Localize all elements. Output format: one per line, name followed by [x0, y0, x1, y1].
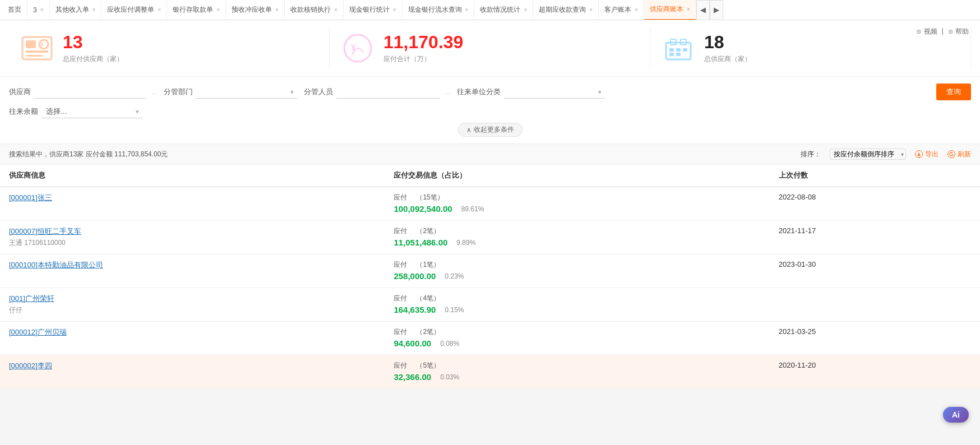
supplier-link-0[interactable]: [000001]张三: [9, 193, 52, 202]
nav-tab-home[interactable]: 首页: [2, 0, 27, 20]
supplier-link-3[interactable]: [001]广州荣轩: [9, 294, 54, 303]
svg-rect-15: [676, 53, 681, 56]
pay-count-4: （2笔）: [416, 327, 440, 337]
pay-label-0: 应付: [394, 193, 407, 202]
supplier-cell-3: [001]广州荣轩 仔仔: [9, 294, 394, 315]
help-link[interactable]: ⊙ 帮助: [948, 27, 969, 36]
close-icon[interactable]: ×: [687, 6, 690, 12]
close-icon[interactable]: ×: [93, 7, 96, 13]
nav-tab-other-income[interactable]: 其他收入单 ×: [50, 0, 102, 20]
nav-next-arrow[interactable]: ▶: [710, 0, 723, 20]
sort-select[interactable]: 按应付余额倒序排序: [830, 149, 906, 160]
svg-rect-1: [26, 40, 36, 48]
close-icon[interactable]: ×: [635, 7, 638, 13]
query-button[interactable]: 查询: [936, 84, 971, 100]
close-icon[interactable]: ×: [465, 7, 469, 13]
trans-pct-3: 0.15%: [445, 306, 464, 314]
trans-amount-row-3: 164,635.90 0.15%: [394, 305, 778, 314]
close-icon[interactable]: ×: [524, 7, 527, 13]
export-icon: [915, 150, 923, 158]
close-icon[interactable]: ×: [158, 7, 161, 13]
nav-tab-collection[interactable]: 收款核销执行 ×: [285, 0, 344, 20]
filter-area: 供应商 ... 分管部门 分管人员 ... 往来单位分类 查询: [0, 77, 980, 144]
supplier-link-4[interactable]: [000012]广州贝瑞: [9, 328, 67, 336]
nav-tab-customer-account-label: 客户账本: [604, 5, 631, 15]
nav-tab-cash-stats[interactable]: 现金银行统计 ×: [344, 0, 403, 20]
filter-item-unit-class: 往来单位分类: [457, 85, 605, 99]
supplier-filter-label: 供应商: [9, 87, 31, 97]
balance-label: 往来余额: [9, 106, 38, 117]
dept-select[interactable]: [196, 85, 297, 99]
close-icon[interactable]: ×: [275, 7, 279, 13]
nav-tab-cash-flow[interactable]: 现金银行流水查询 ×: [403, 0, 475, 20]
trans-amount-3[interactable]: 164,635.90: [394, 305, 436, 314]
person-dots[interactable]: ...: [445, 89, 450, 95]
result-bar: 搜索结果中，供应商13家 应付金额 111,703,854.00元 排序： 按应…: [0, 144, 980, 165]
close-icon[interactable]: ×: [589, 7, 593, 13]
right-tools: 排序： 按应付余额倒序排序 导出 刷新: [801, 149, 971, 160]
supplier-cell-2: [000100]本特勤油品有限公司: [9, 260, 394, 270]
stat-info-total-suppliers: 18 总供应商（家）: [704, 33, 751, 64]
table-row: [000002]李四 应付 （5笔） 32,366.00 0.03% 2020-…: [0, 355, 980, 389]
close-icon[interactable]: ×: [40, 7, 44, 13]
trans-amount-1[interactable]: 11,051,486.00: [394, 238, 447, 247]
filter-row-1: 供应商 ... 分管部门 分管人员 ... 往来单位分类 查询: [9, 84, 971, 100]
trans-cell-2: 应付 （1笔） 258,000.00 0.23%: [394, 260, 778, 281]
nav-prev-arrow[interactable]: ◀: [696, 0, 710, 20]
person-filter-label: 分管人员: [304, 87, 333, 97]
export-label: 导出: [925, 150, 939, 159]
nav-tab-bank-withdraw[interactable]: 银行存取款单 ×: [167, 0, 226, 20]
video-link[interactable]: ⊙ 视频: [916, 27, 937, 36]
supplier-link-2[interactable]: [000100]本特勤油品有限公司: [9, 261, 103, 269]
stat-card-payable-suppliers: ¥ 13 总应付供应商（家）: [9, 27, 330, 69]
payable-suppliers-icon: ¥: [20, 31, 54, 65]
nav-tab-3[interactable]: 3 ×: [27, 0, 50, 20]
collapse-label: 收起更多条件: [474, 125, 514, 135]
table-row: [000007]恒旺二手叉车 王通 17106110000 应付 （2笔） 11…: [0, 221, 980, 254]
unit-class-select[interactable]: [504, 85, 605, 99]
close-icon[interactable]: ×: [334, 7, 338, 13]
nav-tab-advance[interactable]: 预收冲应收单 ×: [226, 0, 285, 20]
last-pay-1: 2021-11-17: [779, 226, 816, 235]
nav-tab-overdue[interactable]: 超期应收款查询 ×: [533, 0, 599, 20]
trans-row-2: 应付 （1笔）: [394, 260, 778, 270]
svg-rect-13: [683, 48, 687, 52]
nav-tab-adjustment[interactable]: 应收应付调整单 ×: [101, 0, 167, 20]
trans-amount-5[interactable]: 32,366.00: [394, 372, 431, 382]
balance-select[interactable]: 选择...: [41, 105, 142, 118]
nav-tab-collection-stats-label: 收款情况统计: [480, 5, 520, 15]
export-button[interactable]: 导出: [915, 150, 939, 159]
lastpay-cell-4: 2021-03-25: [779, 327, 971, 336]
supplier-input[interactable]: [34, 85, 146, 99]
lastpay-cell-1: 2021-11-17: [779, 226, 971, 235]
refresh-label: 刷新: [958, 150, 971, 159]
svg-rect-12: [676, 48, 681, 52]
trans-pct-2: 0.23%: [445, 272, 464, 280]
table-row: [000012]广州贝瑞 应付 （2笔） 94,600.00 0.08% 202…: [0, 322, 980, 355]
trans-amount-4[interactable]: 94,600.00: [394, 339, 431, 348]
trans-amount-2[interactable]: 258,000.00: [394, 271, 436, 281]
nav-tab-customer-account[interactable]: 客户账本 ×: [599, 0, 644, 20]
pay-label-3: 应付: [394, 294, 407, 303]
nav-tab-supplier-account[interactable]: 供应商账本 ×: [644, 0, 696, 20]
refresh-icon: [947, 150, 955, 158]
trans-amount-0[interactable]: 100,092,540.00: [394, 204, 452, 214]
supplier-link-1[interactable]: [000007]恒旺二手叉车: [9, 227, 81, 235]
trans-row-1: 应付 （2笔）: [394, 226, 778, 236]
supplier-link-5[interactable]: [000002]李四: [9, 361, 52, 370]
close-icon[interactable]: ×: [216, 7, 220, 13]
nav-tab-collection-stats[interactable]: 收款情况统计 ×: [474, 0, 533, 20]
trans-cell-0: 应付 （15笔） 100,092,540.00 89.61%: [394, 193, 778, 214]
total-suppliers-icon: [662, 31, 695, 65]
col-header-trans: 应付交易信息（占比）: [394, 170, 778, 180]
filter-row-2: 往来余额 选择...: [9, 105, 971, 118]
trans-amount-row-2: 258,000.00 0.23%: [394, 271, 778, 281]
supplier-dots[interactable]: ...: [152, 89, 157, 95]
lastpay-cell-0: 2022-08-08: [779, 193, 971, 201]
pay-label-4: 应付: [394, 327, 407, 337]
refresh-button[interactable]: 刷新: [947, 150, 971, 159]
person-input[interactable]: [336, 85, 440, 99]
close-icon[interactable]: ×: [393, 7, 396, 13]
stat-num-total-suppliers: 18: [704, 33, 751, 52]
collapse-button[interactable]: ∧ 收起更多条件: [458, 123, 523, 137]
